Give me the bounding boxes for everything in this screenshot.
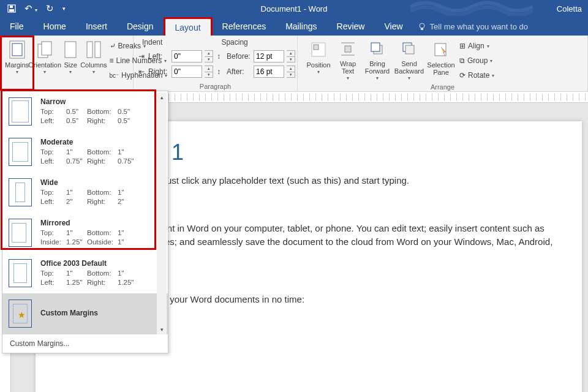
user-name[interactable]: Coletta: [557, 4, 582, 13]
margin-thumb-icon: [9, 178, 32, 206]
menu-scrollbar[interactable]: ▴▾: [157, 92, 167, 334]
indent-right-icon: ⇤: [138, 67, 146, 76]
svg-rect-13: [314, 45, 318, 50]
send-backward-button[interactable]: Send Backward▾: [393, 38, 425, 81]
save-icon[interactable]: [7, 4, 16, 13]
group-icon: ⧉: [459, 56, 465, 65]
tab-layout[interactable]: Layout: [164, 17, 213, 36]
tab-insert[interactable]: Insert: [76, 17, 117, 36]
columns-button[interactable]: Columns▾: [80, 38, 107, 81]
tab-design[interactable]: Design: [117, 17, 164, 36]
orientation-button[interactable]: Orientation▾: [29, 38, 61, 81]
svg-rect-9: [65, 42, 76, 58]
align-button[interactable]: ⊞Align▾: [457, 39, 497, 53]
before-input[interactable]: [254, 50, 284, 62]
rotate-icon: ⟳: [459, 71, 466, 80]
svg-rect-11: [95, 42, 100, 58]
wrap-text-button[interactable]: Wrap Text▾: [334, 38, 361, 81]
document-title: Document1 - Word: [261, 4, 328, 13]
svg-rect-4: [421, 28, 423, 30]
bring-forward-button[interactable]: Bring Forward▾: [361, 38, 393, 81]
indent-left-icon: ⇥: [138, 52, 146, 61]
before-spinner[interactable]: ▴▾: [287, 50, 295, 62]
svg-rect-2: [10, 6, 13, 8]
breaks-icon: ⤶: [110, 42, 116, 50]
before-icon: ↕: [217, 52, 224, 61]
margins-option-mirrored[interactable]: Mirrored Top:1"Bottom:1" Inside:1.25"Out…: [2, 213, 168, 253]
bulb-icon: [418, 22, 426, 31]
tab-mailings[interactable]: Mailings: [276, 17, 326, 36]
margin-thumb-icon: [9, 259, 32, 287]
rotate-button[interactable]: ⟳Rotate▾: [457, 69, 497, 82]
tell-me[interactable]: Tell me what you want to do: [418, 22, 528, 31]
indent-left-spinner[interactable]: ▴▾: [205, 50, 213, 62]
tab-home[interactable]: Home: [34, 17, 76, 36]
svg-rect-18: [371, 43, 380, 51]
ruler-horizontal[interactable]: [168, 92, 588, 103]
tab-references[interactable]: References: [213, 17, 276, 36]
margins-option-narrow[interactable]: Narrow Top:0.5"Bottom:0.5" Left:0.5"Righ…: [2, 91, 168, 132]
margins-button[interactable]: Margins▾: [5, 38, 29, 81]
margins-option-office-2003-default[interactable]: Office 2003 Default Top:1"Bottom:1" Left…: [2, 253, 168, 293]
indent-right-spinner[interactable]: ▴▾: [205, 66, 213, 78]
svg-rect-20: [405, 45, 414, 54]
margin-thumb-icon: [9, 219, 32, 247]
redo-icon[interactable]: ↻: [46, 3, 54, 14]
line-numbers-icon: ≡: [110, 56, 114, 65]
custom-margins-command[interactable]: Custom Margins...: [2, 334, 168, 353]
ribbon-tabs: File Home Insert Design Layout Reference…: [0, 17, 588, 36]
titlebar: ↶ ▾ ↻ ▾ Document1 - Word Coletta: [0, 0, 588, 17]
position-button[interactable]: Position▾: [303, 38, 334, 81]
indent-left-input[interactable]: [172, 50, 202, 62]
tab-file[interactable]: File: [0, 17, 34, 36]
tab-review[interactable]: Review: [327, 17, 375, 36]
ribbon: Margins▾ Orientation▾ Size▾ Columns▾ ⤶Br…: [0, 36, 588, 92]
margins-option-custom[interactable]: ★ Custom Margins: [2, 293, 168, 334]
after-icon: ↕: [217, 67, 224, 76]
decorative-waves: [410, 0, 533, 16]
margins-dropdown: Narrow Top:0.5"Bottom:0.5" Left:0.5"Righ…: [2, 91, 168, 353]
svg-rect-10: [87, 42, 92, 58]
margin-thumb-icon: [9, 138, 32, 166]
svg-rect-8: [42, 42, 51, 55]
margin-thumb-icon: [9, 97, 32, 126]
after-spinner[interactable]: ▴▾: [287, 66, 295, 78]
margins-option-wide[interactable]: Wide Top:1"Bottom:1" Left:2"Right:2": [2, 172, 168, 213]
qat-more-icon[interactable]: ▾: [62, 6, 66, 12]
selection-pane-button[interactable]: Selection Pane: [425, 38, 457, 81]
svg-rect-1: [9, 9, 14, 12]
margins-option-moderate[interactable]: Moderate Top:1"Bottom:1" Left:0.75"Right…: [2, 132, 168, 172]
svg-rect-14: [345, 46, 351, 52]
align-icon: ⊞: [459, 42, 466, 50]
undo-icon[interactable]: ↶ ▾: [24, 3, 37, 14]
tab-view[interactable]: View: [374, 17, 412, 36]
hyphenation-icon: bc⁻: [110, 72, 119, 79]
group-button[interactable]: ⧉Group▾: [457, 54, 497, 67]
indent-right-input[interactable]: [172, 66, 202, 78]
after-input[interactable]: [254, 66, 284, 78]
size-button[interactable]: Size▾: [61, 38, 80, 81]
svg-point-3: [420, 23, 424, 28]
